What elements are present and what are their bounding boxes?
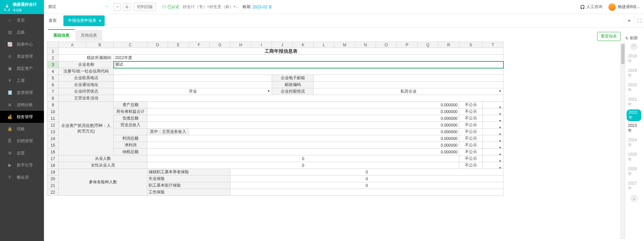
spreadsheet[interactable]: ABCDEFGHIJKLMNOPQRST 1工商年报信息表 2税款所属期间:20… <box>47 42 503 196</box>
cert-badge: 🛡已认证 <box>162 4 179 10</box>
inventory-icon: ≣ <box>7 102 13 108</box>
box-icon: ▣ <box>7 65 13 71</box>
scrollbar-thumb[interactable] <box>621 44 625 64</box>
vertical-scrollbar[interactable] <box>621 43 625 239</box>
year-item-current[interactable]: 2022年 <box>627 109 641 121</box>
company-name-label: 企业名称 <box>59 61 114 68</box>
reset-button[interactable]: 重置报表 <box>597 32 621 41</box>
product-name: 好会计（专）+好生意（标）+... <box>183 4 239 10</box>
nav-guide[interactable]: ▶新手引导 <box>0 159 44 171</box>
cert-text: 已认证 <box>167 4 179 10</box>
nav-home[interactable]: ⌂首页 <box>0 14 44 26</box>
nav-label: 税务管理 <box>17 114 33 120</box>
tab-annual-report[interactable]: 年报信息申报表 × <box>63 15 105 26</box>
sheet-area[interactable]: ABCDEFGHIJKLMNOPQRST 1工商年报信息表 2税款所属期间:20… <box>47 42 624 241</box>
hs-label: 人工咨询 <box>586 4 602 10</box>
chevron-down-icon: ﹀ <box>105 4 109 10</box>
brand-edition: 专业版 <box>13 8 37 12</box>
nav-label: 资金管理 <box>17 54 33 59</box>
nav-invoice[interactable]: 🧾发票管理 <box>0 87 44 99</box>
subtab-other[interactable]: 其他信息 <box>75 30 102 41</box>
nav-inventory[interactable]: ≣进销台账 <box>0 99 44 111</box>
account-name: 测试 <box>48 4 56 10</box>
year-rail: ⌃ 2018年 2019年 2020年 2021年 2022年 2023年 20… <box>627 42 641 203</box>
year-item[interactable]: 2024年 <box>627 136 641 150</box>
tax-period-label: 税款所属期间: <box>59 55 114 61</box>
tab-home[interactable]: 首页 <box>44 14 61 28</box>
nav-label: 结账 <box>17 126 25 132</box>
gear-icon: ⚙ <box>7 150 13 156</box>
tax-period: 2022年度 <box>114 55 503 61</box>
coin-icon: ◎ <box>7 53 13 59</box>
brand-logo: 畅捷通好会计 专业版 <box>0 0 44 14</box>
account-selector[interactable]: 测试 ﹀ <box>48 4 112 10</box>
year-up-button[interactable]: ⌃ <box>630 43 638 50</box>
nav-label: 归档管理 <box>17 138 33 144</box>
subtab-base[interactable]: 基础信息 <box>48 29 75 41</box>
close-all-button[interactable]: ✕ <box>624 16 634 26</box>
period-value: 2023-02 <box>253 5 267 9</box>
chart-icon: 📈 <box>7 41 13 47</box>
nav-ledger[interactable]: ▤总账 <box>0 26 44 38</box>
nav-reports[interactable]: 📈报表中心 <box>0 38 44 50</box>
topbar: 测试 ﹀ ＋ ⚙ 切到旧版 🛡已认证 好会计（专）+好生意（标）+... 账期 … <box>44 0 644 14</box>
add-button[interactable]: ＋ <box>114 3 121 11</box>
holding-select[interactable]: 私营企业 <box>314 88 503 95</box>
money-icon: ¥ <box>7 78 13 84</box>
nav-tax[interactable]: 💰税务管理 <box>0 111 44 123</box>
nav-archive[interactable]: 🗄归档管理 <box>0 135 44 147</box>
reg-code-label: 注册号/统一社会信用代码 <box>59 68 114 75</box>
user-name[interactable]: 畅捷通B组... <box>618 4 640 10</box>
nav-label: 畅会员 <box>17 175 29 180</box>
sidebar: 畅捷通好会计 专业版 ⌂首页 ▤总账 📈报表中心 ◎资金管理 ▣固定资产 ¥工资… <box>0 0 44 241</box>
nav-settings[interactable]: ⚙设置 <box>0 147 44 159</box>
tax-icon: 💰 <box>7 114 13 120</box>
period-picker[interactable]: 2023-02 🗓 <box>253 5 272 9</box>
year-item[interactable]: 2020年 <box>627 81 641 95</box>
nav-salary[interactable]: ¥工资 <box>0 75 44 87</box>
nav-label: 工资 <box>17 78 25 84</box>
year-item[interactable]: 2026年 <box>627 164 641 179</box>
nav-label: 进销台账 <box>17 102 33 108</box>
nav-label: 总账 <box>17 30 25 35</box>
invoice-icon: 🧾 <box>7 90 13 96</box>
lock-icon: 🔒 <box>7 126 13 132</box>
period-label: 账期 <box>243 4 251 10</box>
brand-name: 畅捷通好会计 <box>13 2 37 7</box>
nav-close[interactable]: 🔒结账 <box>0 123 44 135</box>
settings-button[interactable]: ⚙ <box>123 3 130 11</box>
year-down-button[interactable]: ⌄ <box>630 195 638 202</box>
human-service-link[interactable]: 🎧 人工咨询 <box>580 4 602 10</box>
refresh-label: 刷新 <box>630 35 638 41</box>
switch-old-button[interactable]: 切到旧版 <box>134 3 156 11</box>
nav-label: 设置 <box>17 150 25 156</box>
tab-label: 年报信息申报表 <box>68 18 96 23</box>
reg-code-cell[interactable] <box>114 68 503 75</box>
ledger-icon: ▤ <box>7 29 13 35</box>
nav-label: 新手引导 <box>17 162 33 168</box>
year-item[interactable]: 2018年 <box>627 52 641 66</box>
archive-icon: 🗄 <box>7 138 13 144</box>
close-icon[interactable]: × <box>99 18 101 23</box>
year-item[interactable]: 2023年 <box>627 121 641 136</box>
fullscreen-button[interactable]: ⛶ <box>634 16 644 26</box>
nav-fixed-assets[interactable]: ▣固定资产 <box>0 62 44 75</box>
vip-icon: V <box>7 174 13 180</box>
year-item[interactable]: 2025年 <box>627 150 641 164</box>
year-item[interactable]: 2021年 <box>627 95 641 109</box>
year-item[interactable]: 2027年 <box>627 179 641 193</box>
sheet-title: 工商年报信息表 <box>59 48 503 55</box>
avatar[interactable] <box>608 3 616 11</box>
refresh-button[interactable]: ↻ 刷新 <box>625 35 638 41</box>
year-item[interactable]: 2019年 <box>627 66 641 81</box>
subtabs-row: 基础信息 其他信息 重置报表 ↻ 刷新 <box>44 28 644 41</box>
nav-funds[interactable]: ◎资金管理 <box>0 50 44 62</box>
company-name-cell[interactable]: 测试 <box>114 61 503 68</box>
nav-label: 固定资产 <box>17 66 33 71</box>
nav-member[interactable]: V畅会员 <box>0 171 44 183</box>
nav-label: 报表中心 <box>17 42 33 47</box>
status-select[interactable]: 开业 <box>114 88 272 95</box>
nav-label: 首页 <box>17 17 25 23</box>
column-headers: ABCDEFGHIJKLMNOPQRST <box>47 42 503 48</box>
home-icon: ⌂ <box>7 17 13 23</box>
